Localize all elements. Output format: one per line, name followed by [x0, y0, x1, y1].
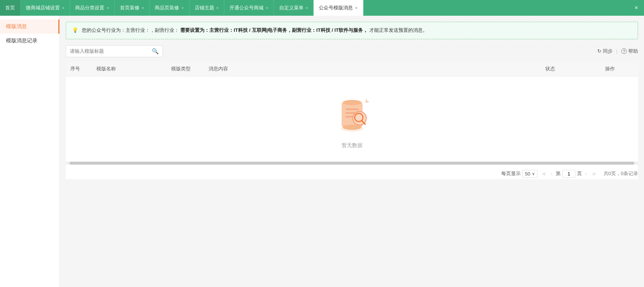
sync-icon: ↻ — [597, 48, 601, 54]
horizontal-scrollbar[interactable] — [66, 162, 638, 165]
page-prefix: 第 — [556, 170, 561, 177]
tab-wshop-settings[interactable]: 微商城店铺设置 × — [21, 0, 70, 16]
prev-page-button[interactable]: ‹ — [549, 170, 554, 177]
global-close-icon: × — [635, 4, 638, 11]
content-area: 💡 您的公众号行业为：主营行业：，副营行业： 需要设置为：主营行业：IT科技 /… — [60, 16, 644, 287]
next-page-button[interactable]: › — [583, 170, 589, 177]
tab-wshop-label: 微商城店铺设置 — [26, 4, 60, 11]
scrollbar-thumb[interactable] — [70, 162, 634, 165]
per-page-label: 每页显示 — [501, 170, 521, 177]
tab-home[interactable]: 首页 — [0, 0, 21, 16]
sidebar-template-msg-label: 模版消息 — [6, 23, 27, 29]
empty-state: 暂无数据 — [66, 76, 638, 160]
main-layout: 模版消息 模版消息记录 💡 您的公众号行业为：主营行业：，副营行业： 需要设置为… — [0, 16, 644, 287]
tab-template-msg-label: 公众号模版消息 — [319, 4, 353, 11]
help-label: 帮助 — [628, 48, 638, 55]
alert-box: 💡 您的公众号行业为：主营行业：，副营行业： 需要设置为：主营行业：IT科技 /… — [66, 22, 638, 39]
col-header-name: 模版名称 — [92, 62, 167, 76]
tab-wshop-close[interactable]: × — [62, 6, 64, 10]
search-input[interactable] — [70, 48, 152, 54]
alert-bold-text: 需要设置为：主营行业：IT科技 / 互联网|电子商务，副营行业：IT科技 / I… — [180, 27, 368, 33]
data-table: 序号 模版名称 模版类型 消息内容 状态 操作 — [66, 62, 638, 160]
global-close-button[interactable]: × — [629, 0, 644, 16]
tab-product-deco-label: 商品页装修 — [155, 4, 179, 11]
total-info: 共0页，0条记录 — [604, 170, 638, 177]
tab-template-msg-close[interactable]: × — [355, 6, 357, 10]
tab-product-decoration[interactable]: 商品页装修 × — [150, 0, 189, 16]
col-header-action: 操作 — [601, 62, 638, 76]
top-nav: 首页 微商城店铺设置 × 商品分类设置 × 首页装修 × 商品页装修 × 店铺主… — [0, 0, 644, 16]
tab-shop-theme[interactable]: 店铺主题 × — [189, 0, 224, 16]
sync-label: 同步 — [603, 48, 613, 55]
tab-home-decoration[interactable]: 首页装修 × — [115, 0, 150, 16]
tab-shop-theme-label: 店铺主题 — [195, 4, 214, 11]
tab-home-label: 首页 — [5, 4, 15, 11]
table-header: 序号 模版名称 模版类型 消息内容 状态 操作 — [66, 62, 638, 76]
page-input[interactable] — [562, 170, 576, 178]
sync-button[interactable]: ↻ 同步 — [597, 48, 613, 55]
sidebar-template-msg-log-label: 模版消息记录 — [6, 37, 37, 43]
tab-open-mall-label: 开通公众号商城 — [229, 4, 264, 11]
empty-state-row: 暂无数据 — [66, 76, 638, 160]
empty-illustration — [330, 91, 375, 136]
alert-suffix: 才能正常发送预置的消息。 — [369, 27, 428, 33]
search-input-wrap: 🔍 — [66, 45, 163, 57]
tab-custom-menu[interactable]: 自定义菜单 × — [274, 0, 314, 16]
col-header-index: 序号 — [66, 62, 92, 76]
per-page-value: 50 — [525, 171, 530, 177]
tab-custom-menu-close[interactable]: × — [306, 6, 308, 10]
help-circle-icon: ? — [621, 48, 627, 54]
search-divider: | — [616, 48, 617, 54]
last-page-button[interactable]: ⊳ — [591, 170, 598, 177]
first-page-button[interactable]: ⊲ — [540, 170, 548, 177]
table-body: 暂无数据 — [66, 76, 638, 160]
tab-home-deco-label: 首页装修 — [120, 4, 139, 11]
tab-category-label: 商品分类设置 — [75, 4, 104, 11]
alert-tip-icon: 💡 — [72, 27, 78, 33]
search-right: ↻ 同步 | ? 帮助 — [597, 48, 638, 55]
page-navigation: ⊲ ‹ 第 页 › ⊳ — [540, 170, 598, 178]
col-header-status: 状态 — [541, 62, 601, 76]
tab-home-deco-close[interactable]: × — [142, 6, 144, 10]
per-page-select[interactable]: 50 ∨ — [522, 170, 537, 178]
svg-point-2 — [343, 125, 361, 130]
page-suffix: 页 — [577, 170, 582, 177]
search-icon[interactable]: 🔍 — [152, 48, 159, 55]
tab-template-msg[interactable]: 公众号模版消息 × — [314, 0, 363, 16]
search-bar: 🔍 ↻ 同步 | ? 帮助 — [66, 45, 638, 57]
svg-point-1 — [343, 100, 361, 105]
tab-shop-theme-close[interactable]: × — [216, 6, 219, 10]
pagination: 每页显示 50 ∨ ⊲ ‹ 第 页 › ⊳ 共0页，0条记录 — [66, 166, 638, 179]
col-header-type: 模版类型 — [167, 62, 204, 76]
empty-text: 暂无数据 — [342, 142, 363, 149]
chevron-down-icon: ∨ — [532, 171, 535, 176]
tab-category-close[interactable]: × — [107, 6, 109, 10]
col-header-content: 消息内容 — [204, 62, 541, 76]
help-button[interactable]: ? 帮助 — [621, 48, 638, 55]
tab-open-mall[interactable]: 开通公众号商城 × — [224, 0, 274, 16]
table-wrapper: 序号 模版名称 模版类型 消息内容 状态 操作 — [66, 62, 638, 179]
tab-open-mall-close[interactable]: × — [266, 6, 268, 10]
alert-prefix: 您的公众号行业为：主营行业：，副营行业： — [82, 27, 179, 33]
sidebar-item-template-msg[interactable]: 模版消息 — [0, 19, 59, 34]
tab-custom-menu-label: 自定义菜单 — [279, 4, 303, 11]
sidebar-item-template-msg-log[interactable]: 模版消息记录 — [0, 34, 59, 48]
page-size-selector: 每页显示 50 ∨ — [501, 170, 537, 178]
tab-product-deco-close[interactable]: × — [181, 6, 184, 10]
sidebar: 模版消息 模版消息记录 — [0, 16, 60, 287]
tab-category-settings[interactable]: 商品分类设置 × — [70, 0, 114, 16]
